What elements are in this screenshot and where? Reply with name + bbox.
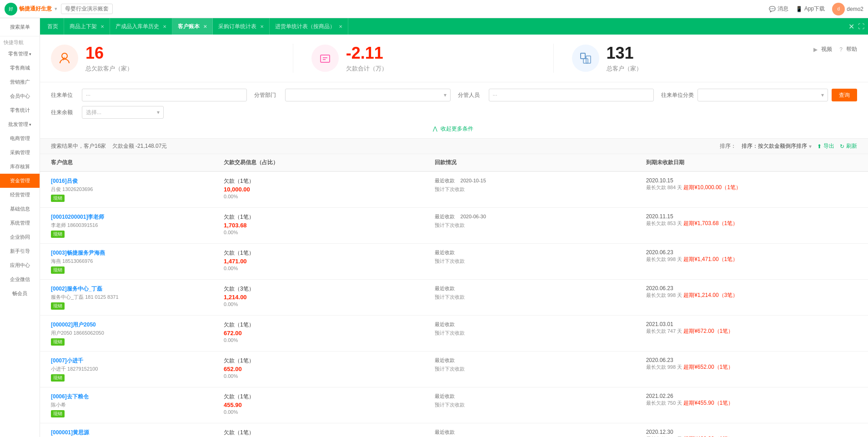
balance-select[interactable]: 选择... ▾ [82,106,164,119]
overdue-amount-6[interactable]: 超期¥455.90（1笔） [683,400,733,406]
tab-goods-summary[interactable]: 进货单统计表（按商品） ✕ [270,18,348,35]
customer-name-4[interactable]: [000002]用户2050 [51,321,96,328]
overdue-amount-5[interactable]: 超期¥652.00（1笔） [683,364,733,370]
overdue-days-2: 最长欠款 998 天 超期¥1,471.00（1笔） [646,256,857,263]
sidebar-item-enterprise[interactable]: 企业协同 [0,230,40,244]
customer-name-3[interactable]: [0002]服务中心_丁磊 [51,286,102,292]
app-download-btn[interactable]: 📱 App下载 [796,5,825,13]
tab-purchase-summary[interactable]: 采购订单统计表 ✕ [213,18,270,35]
dept-select[interactable]: ▾ [285,89,450,101]
sidebar-item-retail-stats[interactable]: 零售统计 [0,103,40,117]
tab-goods-close[interactable]: ✕ [100,24,104,29]
customer-info-5: [0007]小进千 小进千 18279152100 现销 [51,357,224,382]
tab-customer-account[interactable]: 客户账本 ✕ [172,18,213,35]
table-row: [0007]小进千 小进千 18279152100 现销 欠款（1笔） 652.… [40,352,868,387]
tab-goods[interactable]: 商品上下架 ✕ [64,18,110,35]
filter-balance: 往来余额 选择... ▾ [51,106,857,119]
tab-production-close[interactable]: ✕ [163,24,166,29]
overdue-amount-3[interactable]: 超期¥1,214.00（3笔） [683,292,738,298]
user-name: demo2 [847,6,863,12]
tab-action-close-icon[interactable]: ✕ [848,22,854,31]
customer-contact-4: 用户2050 18665062050 [51,330,224,337]
sidebar-item-ecommerce[interactable]: 电商管理 [0,131,40,146]
next-collect-0: 预计下次收款 [435,186,646,193]
tab-customer-account-close[interactable]: ✕ [203,24,207,29]
refresh-label: 刷新 [846,142,857,150]
due-date-info-1: 2020.11.15 最长欠款 853 天 超期¥1,703.68（1笔） [646,213,857,238]
customer-contact-0: 吕俊 13026203696 [51,186,224,193]
tab-home[interactable]: 首页 [42,18,64,35]
tab-purchase-summary-close[interactable]: ✕ [260,24,264,29]
export-button[interactable]: ⬆ 导出 [817,142,834,150]
tab-goods-summary-close[interactable]: ✕ [339,24,342,29]
message-btn[interactable]: 💬 消息 [769,5,788,13]
overdue-amount-4[interactable]: 超期¥672.00（1笔） [683,328,733,334]
customer-name-2[interactable]: [0003]畅捷服务尹海燕 [51,250,105,256]
sidebar: 搜索菜单 快捷导航 零售管理 ▾ 零售商城 营销推广 会员中心 零售统计 批发管… [0,18,40,437]
next-collect-6: 预计下次收款 [435,402,646,408]
purchase-summary-tab-label: 采购订单统计表 [218,23,256,30]
tab-actions: ✕ ⛶ [845,18,868,35]
retail-stats-label: 零售统计 [10,107,30,114]
sidebar-item-app-center[interactable]: 应用中心 [0,258,40,272]
member-label: 畅会员 [12,290,27,297]
sidebar-item-member[interactable]: 畅会员 [0,286,40,301]
sidebar-item-operations[interactable]: 经营管理 [0,188,40,202]
overdue-amount-0[interactable]: 超期¥10,000.00（1笔） [683,184,741,191]
customer-name-7[interactable]: [000001]黄思源 [51,429,89,436]
sidebar-item-purchase[interactable]: 采购管理 [0,146,40,160]
collection-info-0: 最近收款 2020-10-15 预计下次收款 [435,177,646,202]
sidebar-item-system[interactable]: 系统管理 [0,216,40,230]
customer-badge-6: 现销 [51,410,65,417]
collapse-row[interactable]: ⋀ 收起更多条件 [51,123,857,135]
customer-name-0[interactable]: [0016]吕俊 [51,178,78,184]
overdue-amount-2[interactable]: 超期¥1,471.00（1笔） [683,256,738,262]
sidebar-item-marketing[interactable]: 营销推广 [0,75,40,89]
debt-amount-2: 1,471.00 [224,258,435,265]
collection-info-1: 最近收款 2020-06-30 预计下次收款 [435,213,646,238]
sidebar-item-retail-mgmt[interactable]: 零售管理 ▾ [0,47,40,61]
message-icon: 💬 [769,6,776,12]
sidebar-item-member-center[interactable]: 会员中心 [0,89,40,103]
customer-name-1[interactable]: [00010200001]李老师 [51,214,104,220]
help-label[interactable]: 帮助 [846,45,857,53]
sidebar-item-wechat[interactable]: 企业微信 [0,272,40,286]
tab-production[interactable]: 产成品入库单历史 ✕ [110,18,172,35]
dept-arrow: ▾ [444,92,447,98]
unit-category-select[interactable]: ▾ [697,89,828,101]
due-date-5: 2020.06.23 [646,357,857,363]
col-due-date: 到期未收款日期 [646,159,857,166]
filter-from-unit: 往来单位 ··· [51,89,247,101]
overdue-amount-1[interactable]: 超期¥1,703.68（1笔） [683,220,738,226]
app-name[interactable]: 母婴行业演示账套 [61,4,113,14]
sidebar-item-finance[interactable]: 资金管理 [0,174,40,188]
overdue-days-0: 最长欠款 884 天 超期¥10,000.00（1笔） [646,184,857,191]
sidebar-item-basic-info[interactable]: 基础信息 [0,202,40,216]
from-unit-input[interactable]: ··· [82,89,247,101]
sidebar-item-guide[interactable]: 新手引导 [0,244,40,258]
top-bar-left: 好 畅捷通好生意 ▾ 母婴行业演示账套 [5,3,113,15]
batch-mgmt-label: 批发管理 [8,121,28,128]
customer-name-6[interactable]: [0006]去下粮仓 [51,393,89,400]
sidebar-item-batch-mgmt[interactable]: 批发管理 ▾ [0,117,40,131]
customer-name-5[interactable]: [0007]小进千 [51,357,83,364]
filter-row-1: 往来单位 ··· 分管部门 ▾ [51,89,857,101]
production-tab-label: 产成品入库单历史 [115,23,159,30]
top-bar-right: 💬 消息 📱 App下载 d demo2 [769,3,863,15]
sidebar-item-inventory[interactable]: 库存核算 [0,160,40,174]
debt-info-4: 欠款（1笔） 672.00 0.00% [224,321,435,346]
next-collect-4: 预计下次收款 [435,330,646,337]
search-menu-btn[interactable]: 搜索菜单 [4,22,36,32]
refresh-button[interactable]: ↻ 刷新 [840,142,857,150]
debt-count-4: 欠款（1笔） [224,321,435,329]
user-info[interactable]: d demo2 [832,3,863,15]
view-label[interactable]: 视频 [821,45,832,53]
sort-button[interactable]: 排序：按欠款金额倒序排序 ▾ [742,142,812,150]
search-button[interactable]: 查询 [832,89,857,101]
person-input[interactable]: ··· [489,89,654,101]
sidebar-item-retail-shop[interactable]: 零售商城 [0,61,40,75]
due-date-0: 2020.10.15 [646,177,857,184]
stat-card-debt-customers: ¥ 16 总欠款客户（家） [51,44,293,73]
tab-action-expand-icon[interactable]: ⛶ [858,23,864,30]
basic-info-label: 基础信息 [10,206,30,212]
